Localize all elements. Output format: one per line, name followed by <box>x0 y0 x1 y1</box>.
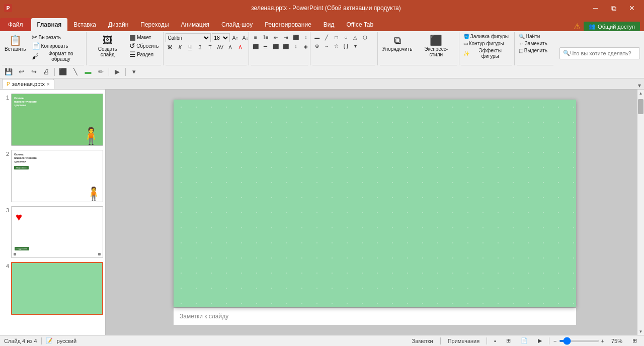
scroll-thumb[interactable] <box>638 99 643 114</box>
qa-start-slideshow[interactable]: ▶ <box>112 66 123 77</box>
find-button[interactable]: 🔍 Найти <box>517 33 549 40</box>
express-styles-button[interactable]: ⬛ Экспресс-стили <box>416 33 457 59</box>
comments-button[interactable]: Примечания <box>445 337 483 344</box>
undo-button[interactable]: ↩ <box>16 66 27 77</box>
search-input[interactable] <box>570 50 636 56</box>
close-button[interactable]: ✕ <box>624 3 640 13</box>
slide-item-1[interactable]: 1 Основыпсихологическогоздоровья 🧍 <box>2 94 103 146</box>
minimize-button[interactable]: ─ <box>588 3 604 13</box>
shadow-button[interactable]: Т <box>206 43 215 51</box>
tab-file[interactable]: Файл <box>0 18 31 31</box>
shape-7[interactable]: ⊕ <box>312 42 321 50</box>
line-spacing-button[interactable]: ↕ <box>291 42 300 50</box>
font-family-select[interactable]: Calibri <box>166 33 211 42</box>
reset-button[interactable]: ↺ Сбросить <box>127 42 160 50</box>
zoom-level-button[interactable]: 75% <box>608 337 625 344</box>
align-right-button[interactable]: ⬛ <box>271 42 280 50</box>
vertical-scrollbar[interactable]: ▲ ▼ <box>637 90 644 335</box>
shape-2[interactable]: ╱ <box>322 33 331 41</box>
fit-slide-button[interactable]: ⊞ <box>629 337 640 344</box>
format-painter-button[interactable]: 🖌 Формат по образцу <box>30 50 85 62</box>
increase-indent-button[interactable]: ⇥ <box>281 33 290 41</box>
slide-canvas[interactable] <box>174 100 576 307</box>
print-button[interactable]: 🖨 <box>41 66 52 77</box>
slide-thumb-2[interactable]: Основапсихологическогоздоровья Подробнее… <box>11 150 103 202</box>
shape-outline-button[interactable]: ▭ Контур фигуры <box>461 40 512 47</box>
font-size-select[interactable]: 18 <box>212 33 230 42</box>
char-spacing-button[interactable]: AV <box>216 43 225 51</box>
redo-button[interactable]: ↪ <box>28 66 39 77</box>
underline-button[interactable]: Ч <box>186 43 195 51</box>
tab-view[interactable]: Вид <box>317 18 341 31</box>
scroll-track[interactable] <box>637 97 644 328</box>
normal-view-button[interactable]: ▪ <box>491 337 499 344</box>
convert-smartart-button[interactable]: ◈ <box>301 42 310 50</box>
replace-button[interactable]: ↔ Заменить <box>517 40 549 47</box>
select-button[interactable]: ⬚ Выделить <box>517 47 549 54</box>
shape-4[interactable]: ○ <box>341 33 350 41</box>
shape-9[interactable]: ☆ <box>332 42 341 50</box>
tab-home[interactable]: Главная <box>31 18 68 31</box>
decrease-indent-button[interactable]: ⇤ <box>271 33 280 41</box>
font-color-button[interactable]: A <box>236 43 245 51</box>
shape-5[interactable]: △ <box>351 33 360 41</box>
tab-officetab[interactable]: Office Tab <box>341 18 380 31</box>
tab-animation[interactable]: Анимация <box>175 18 215 31</box>
italic-button[interactable]: К <box>176 43 185 51</box>
strikethrough-button[interactable]: З <box>196 43 205 51</box>
tab-transitions[interactable]: Переходы <box>134 18 175 31</box>
zoom-minus[interactable]: − <box>553 338 556 344</box>
text-direction-button[interactable]: ↕ <box>301 33 310 41</box>
office-tab-file[interactable]: P зеленая.pptx × <box>2 79 54 89</box>
shape-6[interactable]: ⬡ <box>360 33 369 41</box>
justify-button[interactable]: ⬛ <box>281 42 290 50</box>
font-decrease-button[interactable]: A↓ <box>241 34 250 42</box>
qa-more[interactable]: ▾ <box>128 66 139 77</box>
zoom-plus[interactable]: + <box>601 338 604 344</box>
shape-more[interactable]: ▾ <box>351 42 360 50</box>
custom-shapes-button[interactable]: ⬛ <box>57 66 68 77</box>
tab-close-button[interactable]: × <box>47 81 50 87</box>
shape-fill-button[interactable]: 🪣 Заливка фигуры <box>461 33 512 40</box>
shape-1[interactable]: ▬ <box>312 33 321 41</box>
slide-thumb-1[interactable]: Основыпсихологическогоздоровья 🧍 <box>11 94 103 146</box>
edit-area[interactable]: Заметки к слайду <box>106 90 644 335</box>
shape-3[interactable]: □ <box>332 33 341 41</box>
numbering-button[interactable]: 1≡ <box>261 33 270 41</box>
slide-item-4[interactable]: 4 <box>2 262 103 315</box>
slide-thumb-3[interactable]: ♥ Подробнее <box>11 206 103 258</box>
connector-button[interactable]: ╲ <box>70 66 81 77</box>
resize-button[interactable]: ⧉ <box>606 3 622 13</box>
slide-item-3[interactable]: 3 ♥ Подробнее <box>2 206 103 258</box>
font-increase-button[interactable]: A↑ <box>231 34 240 42</box>
slide-item-2[interactable]: 2 Основапсихологическогоздоровья Подробн… <box>2 150 103 202</box>
slide-sorter-button[interactable]: ⊞ <box>503 337 514 344</box>
bullets-button[interactable]: ≡ <box>251 33 260 41</box>
save-button[interactable]: 💾 <box>3 66 14 77</box>
slide-thumb-4[interactable] <box>11 262 103 315</box>
columns-button[interactable]: ⬛ <box>291 33 300 41</box>
clear-format-button[interactable]: A <box>226 43 235 51</box>
tab-insert[interactable]: Вставка <box>67 18 102 31</box>
align-left-button[interactable]: ⬛ <box>251 42 260 50</box>
align-center-button[interactable]: ☰ <box>261 42 270 50</box>
pen-button[interactable]: ✏ <box>95 66 106 77</box>
tab-design[interactable]: Дизайн <box>102 18 134 31</box>
shared-access-button[interactable]: 👥 Общий доступ <box>584 22 640 31</box>
fill-color-button[interactable]: ▬ <box>83 66 94 77</box>
arrange-button[interactable]: ⧉ Упорядочить <box>380 33 415 54</box>
shape-10[interactable]: { } <box>341 42 350 50</box>
tab-control-button[interactable]: ▾ <box>635 82 644 89</box>
bold-button[interactable]: Ж <box>166 43 175 51</box>
copy-button[interactable]: 📄 Копировать <box>30 42 85 50</box>
paste-button[interactable]: 📋 Вставить <box>2 33 29 54</box>
zoom-range[interactable] <box>559 340 599 342</box>
reading-view-button[interactable]: 📄 <box>518 337 531 344</box>
shape-effects-button[interactable]: ✨ Эффекты фигуры <box>461 47 512 59</box>
scroll-up-button[interactable]: ▲ <box>637 90 644 97</box>
layout-button[interactable]: ▦ Макет <box>127 33 160 41</box>
notes-button[interactable]: Заметки <box>409 337 436 344</box>
shape-8[interactable]: → <box>322 42 331 50</box>
scroll-down-button[interactable]: ▼ <box>637 328 644 335</box>
tab-review[interactable]: Рецензирование <box>259 18 317 31</box>
